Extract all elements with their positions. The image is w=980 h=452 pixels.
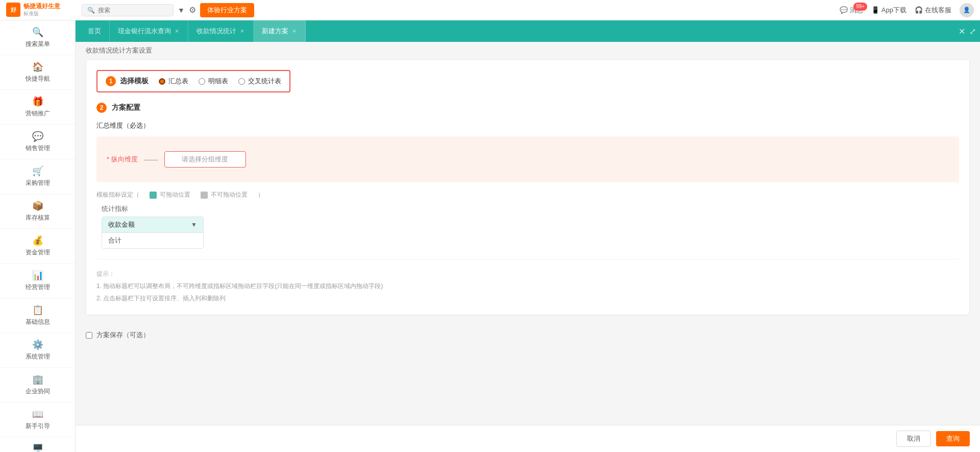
breadcrumb-text: 收款情况统计方案设置 — [86, 46, 152, 54]
sidebar-item-label: 经营管理 — [26, 283, 50, 292]
logo-area: 好 畅捷通好生意 标准版 — [6, 3, 82, 17]
stats-area: 统计指标 收款金额 ▼ 合计 — [96, 204, 959, 249]
app-name: 畅捷通好生意 标准版 — [23, 3, 60, 17]
sidebar-item-label: 资金管理 — [26, 248, 50, 257]
tab-collection-stats-label: 收款情况统计 — [197, 27, 236, 36]
tab-bank-flow-label: 现金银行流水查询 — [118, 27, 171, 36]
tab-collection-stats[interactable]: 收款情况统计 × — [188, 20, 254, 42]
tab-close-all-btn[interactable]: ✕ — [959, 27, 965, 36]
enterprise-icon: 🏢 — [32, 374, 43, 385]
sidebar-item-finance[interactable]: 💰 资金管理 — [0, 229, 75, 264]
user-avatar[interactable]: 👤 — [960, 3, 974, 17]
sidebar-item-label: 企业协同 — [26, 387, 50, 396]
section2-title: 方案配置 — [112, 103, 140, 112]
stats-header-label: 收款金额 — [108, 220, 135, 229]
tab-home-label: 首页 — [88, 27, 101, 36]
save-checkbox[interactable] — [86, 332, 92, 339]
tab-bar-actions: ✕ ⤢ — [959, 27, 976, 36]
sidebar-item-marketing[interactable]: 🎁 营销推广 — [0, 90, 75, 125]
vertical-dimension-label: * 纵向维度 — [107, 155, 138, 164]
sidebar-item-basic-info[interactable]: 📋 基础信息 — [0, 298, 75, 333]
metrics-info: 模板指标设定（ 可拖动位置 不可拖动位置 ） — [96, 191, 959, 199]
template-radio-summary[interactable] — [159, 78, 165, 85]
quick-nav-icon: 🏠 — [32, 61, 43, 73]
immovable-dot — [201, 192, 208, 199]
header-search-area: 🔍 ▼ ⚙ 体验行业方案 — [82, 3, 840, 17]
tips-title: 提示： — [96, 270, 115, 277]
sidebar-item-search-menu[interactable]: 🔍 搜索菜单 — [0, 20, 75, 55]
industry-plan-btn[interactable]: 体验行业方案 — [200, 3, 254, 17]
message-btn[interactable]: 💬 消息 99+ — [840, 6, 863, 15]
tab-home[interactable]: 首页 — [80, 20, 110, 42]
purchase-icon: 🛒 — [32, 165, 43, 177]
tab-new-plan-close[interactable]: × — [291, 27, 297, 36]
sidebar-item-guide[interactable]: 📖 新手引导 — [0, 402, 75, 437]
immovable-indicator: 不可拖动位置 — [201, 191, 248, 199]
sales-icon: 💬 — [32, 131, 43, 142]
footer-bar: 取消 查询 — [76, 425, 980, 452]
stats-container: 收款金额 ▼ 合计 — [102, 217, 204, 249]
tab-collection-close[interactable]: × — [239, 27, 245, 36]
main-card: 1 选择模板 汇总表 明细表 — [86, 59, 970, 315]
sidebar-item-enterprise[interactable]: 🏢 企业协同 — [0, 368, 75, 402]
operation-icon: 📊 — [32, 270, 43, 281]
logo-text: 畅捷通好生意 — [23, 3, 60, 10]
online-support-label: 在线客服 — [925, 6, 951, 15]
mobile-icon: 📱 — [871, 6, 879, 14]
sidebar-item-sales[interactable]: 💬 销售管理 — [0, 125, 75, 159]
tab-bank-flow-close[interactable]: × — [174, 27, 180, 36]
avatar-text: 👤 — [963, 7, 970, 13]
sidebar-item-hardware[interactable]: 🖥️ 智能硬件 — [0, 437, 75, 452]
app-download-btn[interactable]: 📱 App下载 — [871, 6, 906, 15]
stats-section-label: 统计指标 — [102, 204, 959, 213]
template-option-summary[interactable]: 汇总表 — [159, 77, 188, 86]
tab-bank-flow[interactable]: 现金银行流水查询 × — [110, 20, 188, 42]
template-option-cross[interactable]: 交叉统计表 — [238, 77, 281, 86]
cancel-button[interactable]: 取消 — [896, 431, 931, 447]
dimension-selector[interactable]: 请选择分组维度 — [164, 151, 246, 168]
sidebar-item-inventory[interactable]: 📦 库存核算 — [0, 194, 75, 229]
section1-header: 1 选择模板 汇总表 明细表 — [96, 70, 959, 92]
dropdown-chevron-btn[interactable]: ▼ — [178, 6, 185, 14]
sidebar-item-label: 搜索菜单 — [26, 40, 50, 49]
movable-dot — [150, 192, 157, 199]
tab-maximize-btn[interactable]: ⤢ — [969, 27, 976, 36]
stats-header: 收款金额 ▼ — [102, 217, 203, 233]
sidebar-item-system[interactable]: ⚙️ 系统管理 — [0, 333, 75, 368]
search-icon: 🔍 — [87, 7, 95, 14]
sidebar-item-purchase[interactable]: 🛒 采购管理 — [0, 159, 75, 194]
settings-gear-btn[interactable]: ⚙ — [189, 5, 196, 15]
metrics-label-suffix: ） — [258, 191, 264, 199]
template-radio-cross[interactable] — [238, 78, 245, 85]
sidebar-item-operation[interactable]: 📊 经营管理 — [0, 264, 75, 298]
search-input[interactable] — [98, 7, 164, 14]
inventory-icon: 📦 — [32, 200, 43, 211]
sidebar-item-quick-nav[interactable]: 🏠 快捷导航 — [0, 55, 75, 90]
stats-row-total: 合计 — [102, 233, 203, 248]
tip-item-2: 2. 点击标题栏下拉可设置排序、插入列和删除列 — [96, 292, 959, 304]
content-area: 首页 现金银行流水查询 × 收款情况统计 × 新建方案 × ✕ ⤢ — [76, 20, 980, 452]
tip-item-1: 1. 拖动标题栏可以调整布局，不可跨维度或指标区域拖动栏目字段(只能在同一维度或… — [96, 280, 959, 292]
query-button[interactable]: 查询 — [936, 431, 970, 446]
arrow-right-icon: —— — [144, 155, 158, 163]
template-label-summary: 汇总表 — [168, 77, 188, 86]
header-right: 💬 消息 99+ 📱 App下载 🎧 在线客服 👤 — [840, 3, 974, 17]
template-radio-detail[interactable] — [199, 78, 205, 85]
sidebar-item-label: 销售管理 — [26, 144, 50, 153]
stats-dropdown-chevron[interactable]: ▼ — [191, 221, 197, 228]
movable-label: 可拖动位置 — [160, 191, 190, 199]
sidebar: 🔍 搜索菜单 🏠 快捷导航 🎁 营销推广 💬 销售管理 🛒 采购管理 📦 库存核… — [0, 20, 76, 452]
sidebar-item-label: 新手引导 — [26, 422, 50, 431]
finance-icon: 💰 — [32, 235, 43, 246]
search-box[interactable]: 🔍 — [82, 4, 174, 16]
sidebar-item-label: 采购管理 — [26, 179, 50, 187]
tab-new-plan[interactable]: 新建方案 × — [254, 20, 306, 42]
save-bar: 方案保存（可选） — [76, 325, 980, 345]
template-option-detail[interactable]: 明细表 — [199, 77, 228, 86]
sidebar-item-label: 快捷导航 — [26, 75, 50, 83]
online-support-btn[interactable]: 🎧 在线客服 — [915, 6, 951, 15]
dimension-row: * 纵向维度 —— 请选择分组维度 — [107, 151, 246, 168]
basic-info-icon: 📋 — [32, 304, 43, 316]
template-label-cross: 交叉统计表 — [248, 77, 281, 86]
section1-title: 选择模板 — [120, 77, 149, 86]
